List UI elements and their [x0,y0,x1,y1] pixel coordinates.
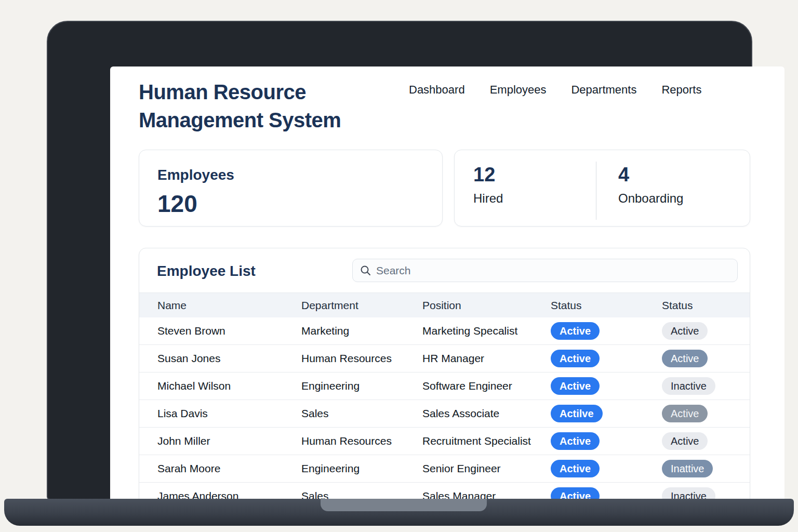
employee-list-title: Employee List [157,263,256,280]
status-badge-2: Active [662,432,708,450]
search-input[interactable] [376,264,730,277]
table-row[interactable]: Susan JonesHuman ResourcesHR ManagerActi… [139,345,750,373]
laptop-base-notch [321,499,487,511]
column-header-position: Position [422,299,551,312]
status-badge-1: Active [551,350,600,367]
nav-item-employees[interactable]: Employees [490,83,547,97]
page-background: Human Resource Management System Dashboa… [0,0,798,532]
employees-stat-value: 120 [157,190,197,218]
hired-stat: 12 Hired [473,164,503,206]
employee-position: Software Engineer [422,380,551,392]
status-badge-2: Active [662,322,708,340]
stat-divider [596,162,596,220]
employee-name: John Miller [157,435,301,447]
status-badge-1: Active [551,377,600,395]
status-badge-1: Active [551,432,600,450]
employee-position: HR Manager [422,352,551,365]
employee-department: Marketing [301,325,422,337]
status-badge-2: Active [662,405,708,422]
nav-item-dashboard[interactable]: Dashboard [409,83,465,97]
column-header-status-2: Status [662,299,750,312]
column-header-department: Department [301,299,422,312]
onboarding-stat-value: 4 [618,164,683,186]
employees-stat-label: Employees [157,167,234,183]
status-badge-1: Active [551,322,600,340]
column-header-name: Name [157,299,301,312]
employee-department: Sales [301,407,422,420]
status-badge-2: Active [662,350,708,367]
employees-stat-card: Employees 120 [139,150,443,227]
search-box[interactable] [352,259,738,282]
table-header-row: Name Department Position Status Status [139,292,750,317]
table-row[interactable]: Sarah MooreEngineeringSenior EngineerAct… [139,455,750,483]
employee-list-card: Employee List Name Department Position S… [139,248,750,522]
employee-position: Marketing Specalist [422,325,551,337]
table-row[interactable]: John MillerHuman ResourcesRecruitment Sp… [139,428,750,455]
hired-stat-label: Hired [473,191,503,206]
employee-position: Senior Engineer [422,462,551,475]
search-icon [360,265,371,276]
status-badge-2: Inattive [662,460,713,477]
hiring-stat-card: 12 Hired 4 Onboarding [454,150,750,227]
table-row[interactable]: Steven BrownMarketingMarketing Specalist… [139,317,750,345]
table-row[interactable]: Lisa DavisSalesSales AssociateActilveAct… [139,400,750,428]
laptop-frame: Human Resource Management System Dashboa… [47,21,752,500]
nav-item-departments[interactable]: Departments [571,83,636,97]
laptop-screen: Human Resource Management System Dashboa… [110,66,784,522]
employee-department: Engineering [301,462,422,475]
status-badge-1: Actilve [551,405,603,422]
employee-position: Sales Associate [422,407,551,420]
employee-name: Michael Wilson [157,380,301,392]
table-row[interactable]: Michael WilsonEngineeringSoftware Engine… [139,373,750,400]
onboarding-stat: 4 Onboarding [618,164,683,206]
employee-department: Human Resources [301,352,422,365]
top-nav: Dashboard Employees Departments Reports [409,83,701,97]
status-badge-2: Inactive [662,377,715,395]
employee-name: Sarah Moore [157,462,301,475]
employee-department: Human Resources [301,435,422,447]
status-badge-1: Active [551,460,600,477]
hired-stat-value: 12 [473,164,503,186]
employee-position: Recruitment Specialist [422,435,551,447]
column-header-status-1: Status [551,299,662,312]
onboarding-stat-label: Onboarding [618,191,683,206]
employee-name: Lisa Davis [157,407,301,420]
employee-department: Engineering [301,380,422,392]
employee-name: Steven Brown [157,325,301,337]
laptop-base [4,499,794,526]
table-body: Steven BrownMarketingMarketing Specalist… [139,317,750,522]
employee-name: Susan Jones [157,352,301,365]
page-title: Human Resource Management System [139,78,414,134]
nav-item-reports[interactable]: Reports [661,83,701,97]
